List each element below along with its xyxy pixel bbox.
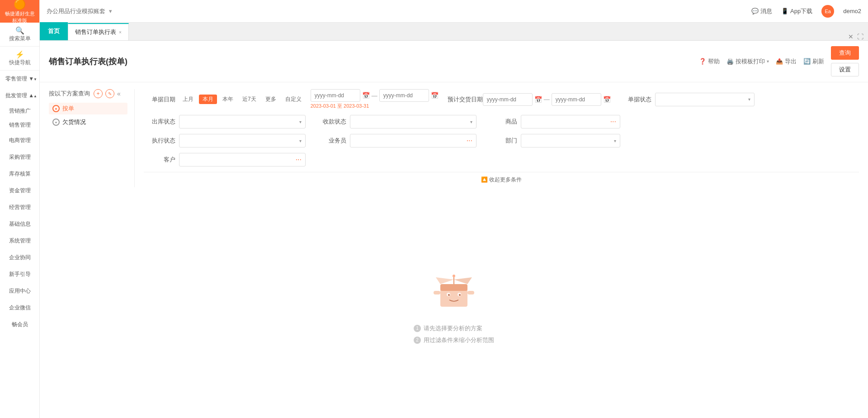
dept-select[interactable]: ▾	[521, 134, 620, 147]
empty-illustration	[431, 268, 476, 314]
exec-status-select[interactable]: ▾	[179, 134, 306, 147]
expected-date-label: 预计交货日期	[448, 95, 479, 104]
expected-cal-to-icon[interactable]: 📅	[603, 96, 611, 103]
sidebar-item-wholesale[interactable]: 批发管理 ▲	[0, 87, 39, 104]
expected-cal-from-icon[interactable]: 📅	[534, 96, 542, 103]
collapse-more-btn[interactable]: 🔼 收起更多条件	[144, 172, 859, 187]
sidebar-item-apps[interactable]: 应用中心	[0, 283, 39, 299]
doc-status-select[interactable]: ▾	[655, 93, 755, 106]
edit-scheme-btn[interactable]: ✎	[105, 89, 114, 98]
tab-sales-order[interactable]: 销售订单执行表 ×	[68, 23, 129, 40]
filter-row-2: 出库状态 ▾ 收款状态 ▾	[144, 115, 859, 128]
collapse-icon: 🔼	[481, 176, 488, 183]
sidebar-item-basic[interactable]: 基础信息	[0, 216, 39, 233]
filter-receipt-field: 收款状态 ▾	[315, 115, 476, 128]
sidebar-item-cooperation[interactable]: 企业协同	[0, 249, 39, 266]
dept-label: 部门	[486, 137, 517, 145]
print-arrow[interactable]: ▾	[767, 59, 769, 64]
scheme-item-1[interactable]: ● 欠货情况	[49, 116, 127, 128]
sidebar-quick-nav[interactable]: ⚡ 快捷导航	[0, 47, 39, 71]
doc-status-caret: ▾	[748, 97, 750, 102]
scheme-actions: + ✎ «	[94, 89, 121, 98]
tab-close-icon[interactable]: ×	[119, 30, 122, 35]
sidebar-item-newbie[interactable]: 新手引导	[0, 266, 39, 283]
expected-date-from-input[interactable]	[483, 93, 533, 106]
query-btn[interactable]: 查询	[831, 46, 859, 60]
date-range-row: 📅 — 📅	[311, 89, 439, 102]
tab-sales-order-label: 销售订单执行表	[75, 28, 116, 36]
date-to-input[interactable]	[379, 89, 429, 102]
filter-customer-field: 客户 ···	[144, 153, 306, 166]
receipt-status-select[interactable]: ▾	[350, 115, 476, 128]
user-name[interactable]: demo2	[843, 8, 861, 14]
sidebar-sub-marketing[interactable]: 营销推广	[0, 104, 39, 118]
collapse-scheme-btn[interactable]: «	[117, 90, 121, 97]
sidebar-nav: 零售管理 ▼ 批发管理 ▲ 营销推广 销售管理 电商管理 采购管理 库存核算 资…	[0, 71, 39, 418]
print-btn[interactable]: 🖨️ 按模板打印 ▾	[726, 57, 769, 66]
customer-ellipsis[interactable]: ···	[296, 156, 302, 164]
customer-select[interactable]: ···	[179, 153, 306, 166]
app-logo[interactable]: 🟠 畅捷通好生意 标准版	[0, 0, 39, 23]
calendar-to-icon[interactable]: 📅	[431, 92, 439, 99]
delivery-status-select[interactable]: ▾	[179, 115, 306, 128]
print-label: 按模板打印	[736, 57, 765, 66]
date-tag-7days[interactable]: 近7天	[239, 95, 260, 104]
export-btn[interactable]: 📤 导出	[776, 57, 797, 66]
salesperson-ellipsis[interactable]: ···	[467, 137, 472, 145]
sidebar-search[interactable]: 🔍 搜索菜单	[0, 23, 39, 47]
date-from-input[interactable]	[311, 89, 360, 102]
empty-tip-2: 2 用过滤条件来缩小分析范围	[414, 334, 494, 346]
topbar: 办公用品行业模拟账套 ▾ 💬 消息 📱 App下载 Ea demo2	[40, 0, 868, 23]
sidebar-item-ecommerce[interactable]: 电商管理	[0, 132, 39, 149]
settings-btn[interactable]: 设置	[831, 63, 859, 76]
app-download-btn[interactable]: 📱 App下载	[781, 7, 812, 15]
date-separator: —	[372, 92, 377, 99]
date-tag-custom[interactable]: 自定义	[282, 95, 305, 104]
delivery-label: 出库状态	[144, 118, 175, 126]
breadcrumb-arrow[interactable]: ▾	[109, 8, 112, 14]
sidebar: 🟠 畅捷通好生意 标准版 🔍 搜索菜单 ⚡ 快捷导航 零售管理 ▼ 批发管理 ▲…	[0, 0, 40, 418]
export-label: 导出	[785, 57, 797, 66]
date-tag-this-month[interactable]: 本月	[199, 95, 217, 104]
empty-state: 1 请先选择要分析的方案 2 用过滤条件来缩小分析范围	[40, 194, 868, 418]
svg-rect-1	[440, 284, 467, 291]
scheme-icon-0: ●	[52, 105, 60, 112]
svg-point-5	[459, 294, 461, 296]
add-scheme-btn[interactable]: +	[94, 89, 103, 98]
window-close-btn[interactable]: ✕	[848, 33, 854, 40]
date-tag-this-year[interactable]: 本年	[219, 95, 237, 104]
sidebar-item-finance[interactable]: 资金管理	[0, 182, 39, 199]
sidebar-item-inventory[interactable]: 库存核算	[0, 166, 39, 182]
sidebar-item-member[interactable]: 畅会员	[0, 316, 39, 333]
goods-ellipsis[interactable]: ···	[610, 118, 616, 126]
collapse-label: 收起更多条件	[489, 176, 522, 183]
tip-text-2: 用过滤条件来缩小分析范围	[424, 334, 494, 346]
expected-date-to-input[interactable]	[552, 93, 601, 106]
sidebar-sub-sales[interactable]: 销售管理	[0, 118, 39, 132]
message-btn[interactable]: 💬 消息	[751, 7, 772, 15]
sidebar-item-operations[interactable]: 经营管理	[0, 199, 39, 216]
user-avatar[interactable]: Ea	[821, 5, 834, 18]
help-btn[interactable]: ❓ 帮助	[699, 57, 720, 66]
goods-select[interactable]: ···	[521, 115, 620, 128]
tab-home[interactable]: 首页	[40, 22, 68, 40]
sidebar-item-system[interactable]: 系统管理	[0, 233, 39, 249]
date-tag-prev-month[interactable]: 上月	[179, 95, 197, 104]
date-range-container: 📅 — 📅 2023-03-01 至 2023-03-31	[311, 89, 439, 109]
sidebar-item-retail[interactable]: 零售管理 ▼	[0, 71, 39, 87]
sidebar-item-purchase[interactable]: 采购管理	[0, 149, 39, 166]
svg-rect-9	[467, 291, 474, 294]
sidebar-item-wechat[interactable]: 企业微信	[0, 299, 39, 316]
exec-label: 执行状态	[144, 137, 175, 145]
window-expand-btn[interactable]: ⛶	[857, 33, 863, 40]
receipt-label: 收款状态	[315, 118, 346, 126]
refresh-btn[interactable]: 🔄 刷新	[803, 57, 824, 66]
calendar-from-icon[interactable]: 📅	[362, 92, 370, 99]
tab-controls: ✕ ⛶	[848, 33, 868, 40]
customer-label: 客户	[144, 156, 175, 164]
scheme-item-0[interactable]: ● 按单	[49, 103, 127, 114]
exec-caret: ▾	[299, 138, 302, 143]
salesperson-select[interactable]: ···	[350, 134, 476, 147]
date-tag-more[interactable]: 更多	[262, 95, 280, 104]
filter-row-1: 单据日期 上月 本月 本年 近7天 更多 自定义	[144, 89, 859, 109]
